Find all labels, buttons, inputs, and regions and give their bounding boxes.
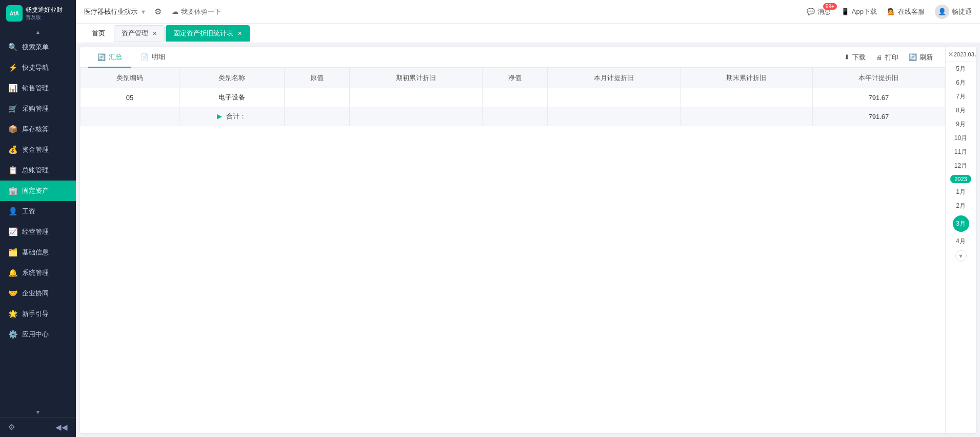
app-center-icon: ⚙️ (8, 330, 18, 339)
refresh-button[interactable]: 🔄 刷新 (905, 51, 937, 64)
customer-service-button[interactable]: 💁 在线客服 (887, 7, 925, 16)
cloud-icon: ☁ (172, 8, 178, 15)
date-month-6[interactable]: 6月 (946, 76, 976, 90)
date-month-8[interactable]: 8月 (946, 104, 976, 117)
date-panel-close-icon[interactable]: ✕ (948, 50, 954, 58)
total-net-value (482, 107, 548, 126)
tab-label: 首页 (92, 29, 105, 38)
date-month-12[interactable]: 12月 (946, 159, 976, 173)
col-net-value: 净值 (482, 68, 548, 88)
print-button[interactable]: 🖨 打印 (872, 51, 903, 64)
system-icon: 🔔 (8, 268, 18, 277)
sidebar-item-label: 固定资产 (22, 186, 49, 195)
cell-closing-dep (680, 88, 812, 107)
date-month-4[interactable]: 4月 (946, 234, 976, 248)
experience-button[interactable]: ☁ 我要体验一下 (172, 7, 221, 16)
sidebar-item-operations[interactable]: 📈 经营管理 (0, 222, 76, 242)
detail-icon: 📄 (141, 53, 149, 61)
message-button[interactable]: 💬 消息 99+ (807, 7, 831, 16)
sidebar-item-payroll[interactable]: 👤 工资 (0, 201, 76, 222)
date-month-10[interactable]: 10月 (946, 131, 976, 145)
enterprise-icon: 🤝 (8, 289, 18, 298)
download-label: 下载 (852, 53, 866, 62)
sidebar-item-sales[interactable]: 📊 销售管理 (0, 78, 76, 98)
sidebar-settings-icon[interactable]: ⚙ (8, 423, 15, 432)
payroll-icon: 👤 (8, 207, 18, 216)
active-month-wrapper: 3月 (946, 213, 976, 234)
user-menu[interactable]: 👤 畅捷通 (935, 5, 972, 19)
sidebar-item-enterprise[interactable]: 🤝 企业协同 (0, 283, 76, 304)
sidebar-item-app-center[interactable]: ⚙️ 应用中心 (0, 324, 76, 345)
username-label: 畅捷通 (952, 7, 972, 16)
tab-close-icon[interactable]: ✕ (237, 30, 242, 37)
avatar: 👤 (935, 5, 949, 19)
company-dropdown-arrow: ▼ (141, 9, 146, 15)
subtab-detail[interactable]: 📄 明细 (131, 47, 174, 68)
date-panel-expand-icon[interactable]: ⤢ (974, 50, 976, 58)
sidebar-item-guide[interactable]: 🌟 新手引导 (0, 304, 76, 324)
col-opening-dep: 期初累计折旧 (350, 68, 482, 88)
date-nav-down[interactable]: ▼ (955, 250, 967, 262)
date-month-7[interactable]: 7月 (946, 90, 976, 104)
total-original (284, 107, 350, 126)
total-monthly-dep (548, 107, 680, 126)
sidebar-item-label: 总账管理 (22, 166, 49, 175)
app-download-button[interactable]: 📱 App下载 (841, 7, 877, 16)
search-icon: 🔍 (8, 43, 18, 52)
tab-asset-mgmt[interactable]: 资产管理 ✕ (114, 25, 165, 42)
sidebar-item-finance[interactable]: 💰 资金管理 (0, 140, 76, 160)
sidebar-collapse-icon[interactable]: ◀◀ (55, 423, 68, 432)
date-month-11[interactable]: 11月 (946, 145, 976, 159)
sidebar-item-label: 企业协同 (22, 289, 49, 298)
message-badge: 99+ (823, 3, 837, 10)
sidebar-item-quick-nav[interactable]: ⚡ 快捷导航 (0, 57, 76, 78)
cell-code: 05 (81, 88, 179, 107)
sidebar-item-inventory[interactable]: 📦 库存核算 (0, 119, 76, 140)
cell-name: 电子设备 (179, 88, 285, 107)
cell-opening-dep (350, 88, 482, 107)
tab-depreciation-table[interactable]: 固定资产折旧统计表 ✕ (166, 25, 250, 42)
app-name: 畅捷通好业财 (26, 6, 63, 14)
sidebar-item-label: 新手引导 (22, 309, 49, 319)
sidebar-item-ledger[interactable]: 📋 总账管理 (0, 160, 76, 181)
subtab-summary[interactable]: 🔄 汇总 (88, 47, 131, 68)
sidebar-item-search[interactable]: 🔍 搜索菜单 (0, 37, 76, 57)
experience-label: 我要体验一下 (181, 7, 221, 16)
sidebar-item-system[interactable]: 🔔 系统管理 (0, 263, 76, 283)
sidebar-item-base-info[interactable]: 🗂️ 基础信息 (0, 242, 76, 263)
total-empty-code (81, 107, 179, 126)
summary-icon: 🔄 (97, 53, 106, 61)
date-month-2[interactable]: 2月 (946, 199, 976, 213)
date-month-5[interactable]: 5月 (946, 62, 976, 76)
sidebar-item-fixed-assets[interactable]: 🏢 固定资产 (0, 181, 76, 201)
refresh-icon: 🔄 (909, 53, 917, 61)
col-annual-dep: 本年计提折旧 (812, 68, 945, 88)
topbar-right: 💬 消息 99+ 📱 App下载 💁 在线客服 👤 畅捷通 (807, 5, 972, 19)
download-button[interactable]: ⬇ 下载 (840, 51, 870, 64)
sidebar-item-purchase[interactable]: 🛒 采购管理 (0, 98, 76, 119)
topbar-settings-icon[interactable]: ⚙ (154, 7, 162, 16)
date-month-3-active[interactable]: 3月 (953, 215, 969, 232)
finance-icon: 💰 (8, 145, 18, 154)
download-icon: ⬇ (844, 53, 850, 61)
sidebar-logo: AtA 畅捷通好业财 普及版 (0, 0, 76, 27)
company-name: 医疗器械行业演示 (84, 7, 137, 16)
topbar: 医疗器械行业演示 ▼ ⚙ ☁ 我要体验一下 💬 消息 99+ 📱 App下载 💁… (76, 0, 980, 24)
main-area: 医疗器械行业演示 ▼ ⚙ ☁ 我要体验一下 💬 消息 99+ 📱 App下载 💁… (76, 0, 980, 437)
sidebar-scroll-up[interactable]: ▲ (0, 27, 76, 37)
sidebar-item-label: 搜索菜单 (22, 43, 49, 52)
app-download-icon: 📱 (841, 8, 849, 15)
sidebar-scroll-down[interactable]: ▼ (0, 407, 76, 417)
tab-close-icon[interactable]: ✕ (152, 30, 157, 37)
print-icon: 🖨 (876, 53, 883, 61)
total-label: ▶ 合计： (179, 107, 285, 126)
sales-icon: 📊 (8, 84, 18, 93)
tab-bar: 首页 资产管理 ✕ 固定资产折旧统计表 ✕ (76, 24, 980, 43)
year-tag-2023[interactable]: 2023 (950, 175, 971, 183)
table-row: 05 电子设备 791.67 (81, 88, 945, 107)
date-month-1[interactable]: 1月 (946, 185, 976, 199)
app-download-label: App下载 (852, 7, 877, 16)
company-selector[interactable]: 医疗器械行业演示 ▼ (84, 7, 146, 16)
date-month-9[interactable]: 9月 (946, 117, 976, 131)
tab-home[interactable]: 首页 (84, 25, 113, 42)
